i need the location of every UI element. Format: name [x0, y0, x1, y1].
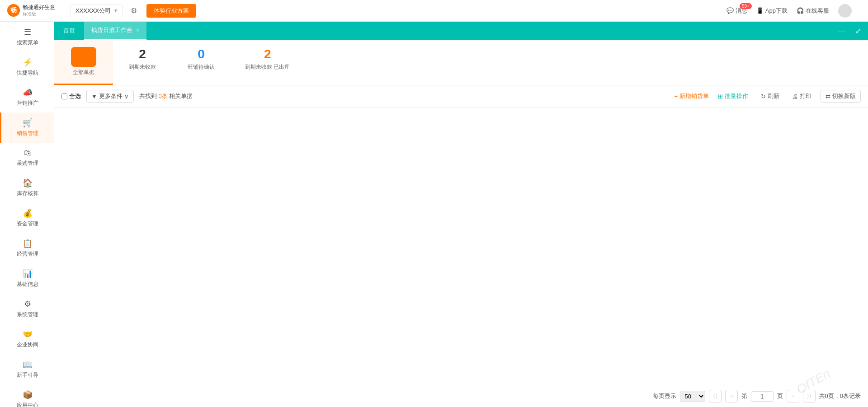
- stats-bar: 2 全部单据 2 到期未收款 0 旺铺待确认 2 到期未收款 已出库: [54, 40, 868, 85]
- page-size-select[interactable]: 50 100 200: [680, 391, 705, 402]
- refresh-btn[interactable]: ↻ 刷新: [757, 90, 783, 102]
- stat-card-shipped[interactable]: 2 到期未收款 已出库: [231, 40, 304, 85]
- sidebar-item-label-cooperation: 企业协同: [17, 341, 38, 349]
- stat-card-all[interactable]: 2 全部单据: [54, 40, 113, 85]
- app-download-icon: 📱: [756, 7, 764, 14]
- page-prev-btn[interactable]: ＜: [725, 390, 738, 402]
- sidebar-item-search[interactable]: ☰ 搜索菜单: [0, 22, 54, 52]
- page-first-btn[interactable]: ⟨⟨: [709, 390, 722, 402]
- stat-num-shipped: 2: [245, 47, 290, 61]
- toolbar-right: + 新增销货单 ⊞ 批量操作 ↻ 刷新 🖨 打印: [674, 90, 861, 103]
- operation-icon: 📋: [23, 239, 33, 248]
- print-label: 打印: [800, 92, 811, 100]
- page-last-btn[interactable]: ⟩⟩: [803, 390, 816, 402]
- online-service-item[interactable]: 🎧 在线客服: [797, 7, 829, 15]
- content-area: 首页 钱货日清工作台 × — ⤢ 2 全部单据 2: [54, 22, 868, 407]
- tab-bar: 首页 钱货日清工作台 × — ⤢: [54, 22, 868, 40]
- stat-card-overdue[interactable]: 2 到期未收款: [113, 40, 172, 85]
- switch-icon: ⇄: [826, 93, 830, 100]
- page-num-input[interactable]: [751, 391, 774, 402]
- system-icon: ⚙: [24, 299, 31, 309]
- sidebar-item-cooperation[interactable]: 🤝 企业协同: [0, 324, 54, 354]
- sidebar-item-label-apps: 应用中心: [17, 402, 38, 407]
- add-sales-label: 新增销货单: [679, 92, 709, 100]
- avatar[interactable]: [838, 4, 852, 18]
- company-dropdown-arrow: ▼: [113, 8, 118, 13]
- sidebar-item-system[interactable]: ⚙ 系统管理: [0, 294, 54, 324]
- found-info: 共找到 0条 相关单据: [139, 92, 193, 100]
- sidebar-item-inventory[interactable]: 🏠 库存核算: [0, 173, 54, 203]
- filter-btn[interactable]: ▼ 更多条件 ∨: [86, 90, 134, 103]
- print-btn[interactable]: 🖨 打印: [788, 90, 815, 102]
- message-item[interactable]: 💬 消息 99+: [726, 7, 747, 15]
- stat-card-wangpu[interactable]: 0 旺铺待确认: [172, 40, 231, 85]
- page-content: 2 全部单据 2 到期未收款 0 旺铺待确认 2 到期未收款 已出库: [54, 40, 868, 407]
- tab-expand-btn[interactable]: ⤢: [852, 24, 864, 37]
- logo-icon: 畅: [7, 4, 20, 17]
- app-download-label: App下载: [765, 7, 788, 15]
- message-icon: 💬: [726, 7, 734, 14]
- refresh-label: 刷新: [768, 92, 779, 100]
- filter-label: 更多条件: [99, 92, 123, 100]
- sidebar-item-guide[interactable]: 📖 新手引导: [0, 354, 54, 384]
- guide-icon: 📖: [23, 360, 33, 370]
- tab-minimize-btn[interactable]: —: [835, 24, 848, 37]
- sidebar-item-marketing[interactable]: 📣 营销推广: [0, 82, 54, 112]
- sidebar-item-operation[interactable]: 📋 经营管理: [0, 233, 54, 263]
- search-menu-icon: ☰: [24, 27, 31, 37]
- main-layout: ☰ 搜索菜单 ⚡ 快捷导航 📣 营销推广 🛒 销售管理 🛍 采购管理 🏠 库存核…: [0, 22, 868, 407]
- table-area: [54, 108, 868, 385]
- sidebar-item-apps[interactable]: 📦 应用中心: [0, 384, 54, 407]
- tab-close-btn[interactable]: ×: [136, 27, 139, 33]
- sidebar-item-label-marketing: 营销推广: [17, 99, 38, 107]
- sidebar-item-finance[interactable]: 💰 资金管理: [0, 203, 54, 233]
- sidebar-item-label-search: 搜索菜单: [17, 39, 38, 47]
- select-all-input[interactable]: [61, 94, 67, 99]
- sidebar-item-label-purchase: 采购管理: [17, 159, 38, 167]
- sidebar-item-basic[interactable]: 📊 基础信息: [0, 263, 54, 294]
- filter-icon: ▼: [91, 93, 97, 100]
- stat-label-all: 全部单据: [69, 69, 99, 76]
- experience-btn[interactable]: 体验行业方案: [146, 4, 196, 18]
- sidebar-item-label-basic: 基础信息: [17, 281, 38, 288]
- found-prefix: 共找到: [139, 93, 157, 99]
- sidebar-item-sales[interactable]: 🛒 销售管理: [0, 112, 54, 143]
- add-sales-icon: +: [674, 93, 678, 100]
- page-size-label: 每页显示: [653, 392, 676, 400]
- select-all-checkbox[interactable]: 全选: [61, 92, 81, 100]
- filter-arrow: ∨: [124, 93, 129, 100]
- tab-home[interactable]: 首页: [54, 22, 84, 40]
- stat-label-overdue: 到期未收款: [127, 63, 157, 71]
- stat-label-wangpu: 旺铺待确认: [186, 63, 216, 71]
- stat-label-shipped: 到期未收款 已出库: [245, 63, 290, 71]
- switch-new-version-btn[interactable]: ⇄ 切换新版: [821, 90, 861, 103]
- switch-label: 切换新版: [832, 92, 856, 100]
- page-suffix: 页: [777, 392, 783, 400]
- online-service-label: 在线客服: [806, 7, 829, 15]
- batch-icon: ⊞: [718, 93, 723, 100]
- header-right: 💬 消息 99+ 📱 App下载 🎧 在线客服: [726, 4, 861, 18]
- pagination-bar: 每页显示 50 100 200 ⟨⟨ ＜ 第 页 ＞ ⟩⟩ 共0页，0条记录: [54, 385, 868, 407]
- tab-qianhuoriqing[interactable]: 钱货日清工作台 ×: [84, 22, 146, 40]
- select-all-label: 全选: [69, 92, 81, 100]
- company-selector[interactable]: XXXXXX公司 ▼: [71, 5, 123, 17]
- sidebar-item-purchase[interactable]: 🛍 采购管理: [0, 143, 54, 173]
- finance-icon: 💰: [23, 208, 33, 218]
- sidebar-item-label-system: 系统管理: [17, 311, 38, 318]
- page-num-label: 第: [741, 392, 747, 400]
- found-count: 0条: [159, 93, 168, 99]
- sidebar: ☰ 搜索菜单 ⚡ 快捷导航 📣 营销推广 🛒 销售管理 🛍 采购管理 🏠 库存核…: [0, 22, 54, 407]
- settings-button[interactable]: ⚙: [127, 4, 141, 18]
- page-next-btn[interactable]: ＞: [787, 390, 799, 402]
- sidebar-item-label-finance: 资金管理: [17, 220, 38, 228]
- online-service-icon: 🎧: [797, 7, 804, 14]
- logo-text: 畅捷通好生意: [23, 4, 55, 10]
- add-sales-btn[interactable]: + 新增销货单: [674, 92, 709, 100]
- sidebar-item-label-quick: 快捷导航: [17, 69, 38, 77]
- batch-label: 批量操作: [725, 92, 748, 100]
- stat-num-wangpu: 0: [186, 47, 216, 61]
- apps-icon: 📦: [23, 390, 33, 400]
- batch-btn[interactable]: ⊞ 批量操作: [714, 90, 752, 102]
- sidebar-item-quick[interactable]: ⚡ 快捷导航: [0, 52, 54, 82]
- app-download-item[interactable]: 📱 App下载: [756, 7, 788, 15]
